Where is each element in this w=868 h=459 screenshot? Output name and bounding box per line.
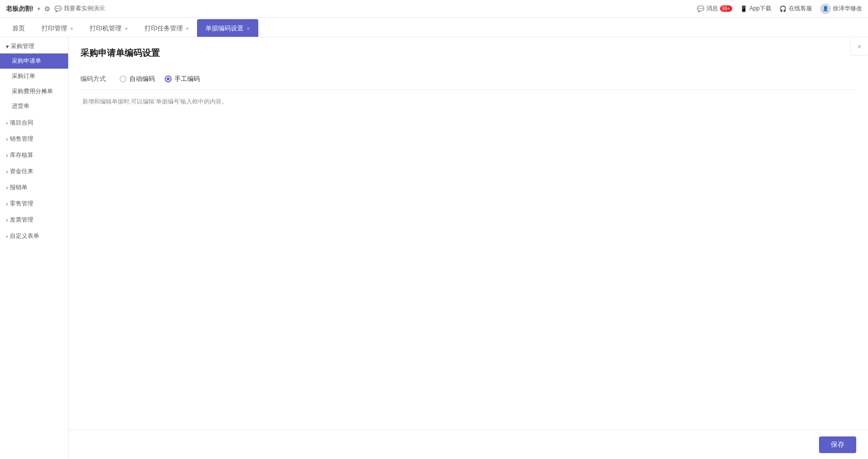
expand-arrow-icon-sales: › <box>6 136 8 143</box>
expand-arrow-icon-project: › <box>6 120 8 127</box>
sidebar-group-title-inventory[interactable]: › 库存核算 <box>0 146 68 162</box>
app-download-icon: 📱 <box>740 5 747 12</box>
demo-link[interactable]: 💬 我要看实例演示 <box>54 4 105 13</box>
app-download-button[interactable]: 📱 App下载 <box>740 4 771 13</box>
demo-label: 我要看实例演示 <box>64 4 105 13</box>
sidebar-group-label-purchase: 采购管理 <box>11 42 34 51</box>
tab-home[interactable]: 首页 <box>4 19 33 37</box>
message-button[interactable]: 💬 消息 99+ <box>697 4 732 13</box>
sidebar-item-purchase-request[interactable]: 采购申请单 <box>0 53 68 69</box>
avatar: 👤 <box>820 3 831 14</box>
radio-manual-coding[interactable]: 手工编码 <box>165 75 200 83</box>
expand-arrow-icon-invoice: › <box>6 217 8 224</box>
coding-row: 编码方式 自动编码 手工编码 <box>80 69 856 90</box>
tab-print-manage-label: 打印管理 <box>42 24 67 33</box>
tab-close-printer-manage-icon[interactable]: × <box>124 26 127 31</box>
sidebar-group-title-funds[interactable]: › 资金往来 <box>0 162 68 178</box>
sidebar-item-label-purchase-expense: 采购费用分摊单 <box>12 88 53 95</box>
sidebar-group-funds: › 资金往来 <box>0 162 68 178</box>
tab-single-code-label: 单据编码设置 <box>205 24 244 33</box>
page-title: 采购申请单编码设置 <box>80 47 856 59</box>
sidebar-group-label-project-contract: 项目合同 <box>10 119 33 127</box>
window-close-button[interactable]: × <box>850 38 868 55</box>
sidebar-group-label-returns: 报销单 <box>10 183 27 192</box>
radio-auto-coding[interactable]: 自动编码 <box>120 75 155 83</box>
sidebar-group-title-returns[interactable]: › 报销单 <box>0 178 68 195</box>
content-footer: 保存 <box>69 430 868 459</box>
message-badge: 99+ <box>720 5 732 12</box>
online-service-button[interactable]: 🎧 在线客服 <box>779 4 812 13</box>
sidebar-group-sales: › 销售管理 <box>0 130 68 146</box>
expand-arrow-icon-custom: › <box>6 233 8 240</box>
sidebar-group-label-retail: 零售管理 <box>10 200 33 208</box>
sidebar-item-purchase-order[interactable]: 采购订单 <box>0 69 68 84</box>
sidebar-group-returns: › 报销单 <box>0 178 68 195</box>
sidebar-item-purchase-expense[interactable]: 采购费用分摊单 <box>0 84 68 99</box>
radio-auto-icon <box>120 76 126 82</box>
demo-icon: 💬 <box>54 5 62 12</box>
content-area: 采购申请单编码设置 编码方式 自动编码 手工编码 <box>69 37 868 459</box>
sidebar-item-label-purchase-request: 采购申请单 <box>12 57 41 64</box>
expand-arrow-icon-returns: › <box>6 184 8 191</box>
coding-options: 自动编码 手工编码 <box>120 75 200 83</box>
tab-print-task[interactable]: 打印任务管理 × <box>136 19 197 37</box>
tab-printer-manage[interactable]: 打印机管理 × <box>81 19 136 37</box>
headphone-icon: 🎧 <box>779 5 787 12</box>
radio-manual-icon <box>165 76 172 82</box>
content-inner: 采购申请单编码设置 编码方式 自动编码 手工编码 <box>69 37 868 430</box>
top-bar: 老板勿割! ▾ ⚙ 💬 我要看实例演示 💬 消息 99+ 📱 App下载 🎧 在… <box>0 0 868 18</box>
tab-print-task-label: 打印任务管理 <box>145 24 183 33</box>
app-download-label: App下载 <box>749 4 771 13</box>
save-button[interactable]: 保存 <box>819 436 856 453</box>
sidebar-group-label-funds: 资金往来 <box>10 167 33 176</box>
radio-manual-label: 手工编码 <box>174 75 200 83</box>
service-label: 在线客服 <box>789 4 812 13</box>
tab-print-manage[interactable]: 打印管理 × <box>33 19 81 37</box>
tab-bar: 首页 打印管理 × 打印机管理 × 打印任务管理 × 单据编码设置 × × <box>0 18 868 37</box>
tab-printer-manage-label: 打印机管理 <box>90 24 122 33</box>
sidebar-group-label-invoice: 发票管理 <box>10 216 33 224</box>
sidebar-item-label-purchase-order: 采购订单 <box>12 73 35 79</box>
message-icon: 💬 <box>697 5 704 12</box>
brand-chevron-icon[interactable]: ▾ <box>37 5 40 12</box>
sidebar-item-inbound[interactable]: 进货单 <box>0 99 68 114</box>
expand-arrow-icon-inventory: › <box>6 152 8 159</box>
sidebar-group-label-sales: 销售管理 <box>10 135 33 143</box>
sidebar: ▾ 采购管理 采购申请单 采购订单 采购费用分摊单 进货单 <box>0 37 69 459</box>
sidebar-group-title-project-contract[interactable]: › 项目合同 <box>0 114 68 130</box>
user-menu[interactable]: 👤 徐泽华修改 <box>820 3 862 14</box>
tab-close-single-code-icon[interactable]: × <box>247 26 249 31</box>
sidebar-group-title-purchase[interactable]: ▾ 采购管理 <box>0 37 68 53</box>
main-layout: ▾ 采购管理 采购申请单 采购订单 采购费用分摊单 进货单 <box>0 37 868 459</box>
sidebar-item-label-inbound: 进货单 <box>12 102 29 109</box>
top-bar-left: 老板勿割! ▾ ⚙ 💬 我要看实例演示 <box>6 4 105 13</box>
top-bar-right: 💬 消息 99+ 📱 App下载 🎧 在线客服 👤 徐泽华修改 <box>697 3 862 14</box>
user-label: 徐泽华修改 <box>833 4 862 13</box>
tab-close-print-task-icon[interactable]: × <box>186 26 189 31</box>
sidebar-group-label-custom-form: 自定义表单 <box>10 232 39 240</box>
sidebar-group-project-contract: › 项目合同 <box>0 114 68 130</box>
radio-auto-label: 自动编码 <box>129 75 155 83</box>
message-label: 消息 <box>706 4 718 13</box>
sidebar-group-label-inventory: 库存核算 <box>10 151 33 159</box>
sidebar-group-children-purchase: 采购申请单 采购订单 采购费用分摊单 进货单 <box>0 53 68 114</box>
coding-section: 编码方式 自动编码 手工编码 <box>80 69 856 90</box>
expand-arrow-icon-retail: › <box>6 201 8 207</box>
sidebar-group-purchase: ▾ 采购管理 采购申请单 采购订单 采购费用分摊单 进货单 <box>0 37 68 114</box>
coding-label: 编码方式 <box>80 75 120 83</box>
tab-close-print-manage-icon[interactable]: × <box>70 26 73 31</box>
sidebar-group-invoice: › 发票管理 <box>0 211 68 227</box>
gear-icon[interactable]: ⚙ <box>44 5 50 13</box>
tab-single-code[interactable]: 单据编码设置 × <box>197 19 258 37</box>
sidebar-group-title-sales[interactable]: › 销售管理 <box>0 130 68 146</box>
sidebar-group-title-invoice[interactable]: › 发票管理 <box>0 211 68 227</box>
tab-home-label: 首页 <box>12 24 25 33</box>
brand-name: 老板勿割! <box>6 4 33 13</box>
collapse-arrow-icon: ▾ <box>6 43 9 50</box>
sidebar-group-title-custom-form[interactable]: › 自定义表单 <box>0 227 68 243</box>
hint-text: 新增和编辑单据时,可以编辑'单据编号'输入框中的内容。 <box>80 98 856 106</box>
sidebar-group-retail: › 零售管理 <box>0 195 68 211</box>
sidebar-group-inventory: › 库存核算 <box>0 146 68 162</box>
sidebar-group-custom-form: › 自定义表单 <box>0 227 68 243</box>
sidebar-group-title-retail[interactable]: › 零售管理 <box>0 195 68 211</box>
